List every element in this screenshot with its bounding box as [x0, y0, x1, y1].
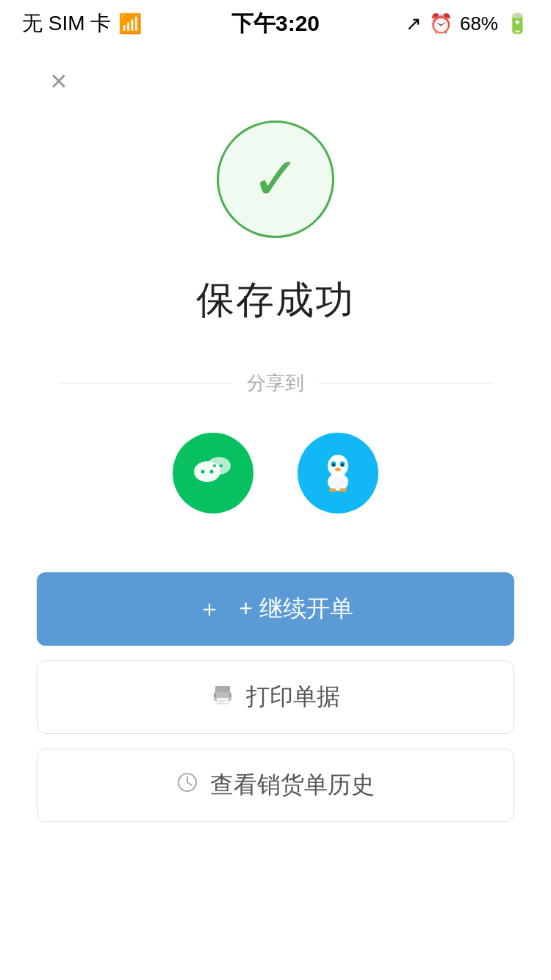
- svg-point-3: [210, 470, 214, 474]
- svg-point-13: [331, 477, 345, 489]
- alarm-icon: ⏰: [429, 12, 453, 35]
- wifi-icon: 📶: [118, 12, 142, 35]
- divider-left: [59, 383, 232, 383]
- svg-point-15: [339, 489, 347, 492]
- share-divider: 分享到: [0, 370, 551, 396]
- print-button[interactable]: 打印单据: [37, 660, 514, 734]
- clock-icon: [176, 771, 198, 799]
- svg-rect-22: [218, 702, 224, 704]
- sim-text: 无 SIM 卡: [22, 10, 111, 37]
- divider-right: [319, 383, 492, 383]
- status-left: 无 SIM 卡 📶: [22, 10, 142, 37]
- history-label: 查看销货单历史: [210, 769, 375, 801]
- success-title: 保存成功: [196, 275, 355, 326]
- svg-rect-20: [229, 693, 231, 697]
- history-button[interactable]: 查看销货单历史: [37, 749, 514, 822]
- printer-icon: [211, 683, 234, 712]
- close-button[interactable]: ×: [37, 59, 81, 103]
- qq-icon: [316, 451, 360, 495]
- svg-point-2: [201, 470, 205, 474]
- svg-point-11: [335, 468, 341, 472]
- svg-point-10: [341, 464, 344, 466]
- svg-rect-19: [214, 693, 216, 697]
- close-icon: ×: [50, 66, 67, 96]
- svg-point-4: [213, 464, 216, 467]
- svg-point-14: [329, 489, 336, 492]
- continue-label: + 继续开单: [239, 593, 353, 625]
- status-time: 下午3:20: [231, 9, 320, 39]
- success-circle: ✓: [217, 120, 334, 238]
- svg-rect-21: [218, 700, 227, 702]
- location-icon: ↗: [406, 12, 422, 35]
- wechat-icon: [191, 451, 235, 495]
- status-bar: 无 SIM 卡 📶 下午3:20 ↗ ⏰ 68% 🔋: [0, 0, 551, 47]
- battery-text: 68%: [460, 12, 498, 35]
- share-icons: [173, 433, 378, 514]
- svg-line-25: [187, 782, 192, 785]
- print-label: 打印单据: [246, 681, 340, 713]
- plus-icon: ＋: [198, 593, 221, 625]
- battery-icon: 🔋: [505, 12, 529, 35]
- svg-point-9: [332, 464, 335, 466]
- action-buttons: ＋ + 继续开单 打印单据: [0, 572, 551, 822]
- qq-share-button[interactable]: [298, 433, 378, 514]
- status-right: ↗ ⏰ 68% 🔋: [406, 12, 529, 35]
- wechat-share-button[interactable]: [173, 433, 253, 514]
- continue-button[interactable]: ＋ + 继续开单: [37, 572, 514, 646]
- svg-point-5: [220, 464, 223, 467]
- share-label: 分享到: [232, 370, 319, 396]
- checkmark-icon: ✓: [251, 150, 300, 209]
- main-content: ✓ 保存成功 分享到: [0, 47, 551, 822]
